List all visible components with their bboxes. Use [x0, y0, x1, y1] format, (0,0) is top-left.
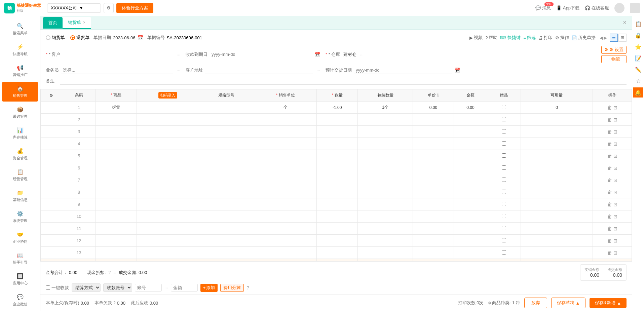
row-pkg-qty-cell[interactable]: [358, 174, 413, 186]
one-click-pay-label[interactable]: 一键收款: [46, 285, 69, 291]
col-settings[interactable]: ⚙: [41, 89, 62, 102]
copy-icon[interactable]: ⊡: [613, 117, 617, 122]
row-gift-cell[interactable]: [487, 235, 521, 247]
row-unit-cell[interactable]: 个: [254, 102, 316, 114]
row-pkg-qty-cell[interactable]: [358, 162, 413, 174]
row-gift-cell[interactable]: [487, 150, 521, 162]
right-icon-fav[interactable]: ☆: [633, 76, 643, 86]
row-amount-cell[interactable]: [454, 198, 487, 210]
one-click-pay-checkbox[interactable]: [46, 285, 50, 290]
row-unit-cell[interactable]: [254, 235, 316, 247]
row-price-cell[interactable]: [413, 138, 454, 150]
row-pkg-qty-cell[interactable]: [358, 247, 413, 259]
sidebar-item-appstore[interactable]: 🔲 应用中心: [2, 270, 38, 289]
expense-split-btn[interactable]: 费用分摊: [220, 284, 244, 292]
address-dots[interactable]: ···: [316, 68, 320, 73]
history-btn[interactable]: 📄 历史单据: [572, 35, 596, 41]
row-qty-cell[interactable]: [317, 247, 358, 259]
row-gift-cell[interactable]: [487, 162, 521, 174]
row-unit-cell[interactable]: [254, 138, 316, 150]
row-qty-cell[interactable]: [317, 138, 358, 150]
sidebar-item-purchase[interactable]: 📦 采购管理: [2, 103, 38, 122]
tab-home[interactable]: 首页: [43, 17, 63, 29]
copy-icon[interactable]: ⊡: [613, 141, 617, 147]
row-spec-cell[interactable]: [199, 235, 254, 247]
copy-icon[interactable]: ⊡: [613, 190, 617, 195]
payment-date-input[interactable]: [210, 51, 312, 58]
warehouse-dots[interactable]: ···: [360, 52, 364, 57]
row-price-cell[interactable]: [413, 174, 454, 186]
row-amount-cell[interactable]: [454, 162, 487, 174]
tab-sales-order[interactable]: 销货单 ×: [63, 17, 91, 29]
help-question-icon[interactable]: ?: [247, 285, 249, 290]
row-unit-cell[interactable]: [254, 126, 316, 138]
radio-sales[interactable]: 销货单: [46, 35, 65, 41]
calendar-icon[interactable]: 📅: [138, 35, 143, 40]
row-unit-cell[interactable]: [254, 198, 316, 210]
row-qty-cell[interactable]: [317, 162, 358, 174]
sidebar-item-marketing[interactable]: 📢 营销推广: [2, 61, 38, 81]
row-unit-cell[interactable]: [254, 174, 316, 186]
row-pkg-qty-cell[interactable]: [358, 223, 413, 235]
delete-icon[interactable]: 🗑: [607, 117, 612, 122]
row-pkg-qty-cell[interactable]: [358, 186, 413, 198]
sidebar-item-inventory[interactable]: 📊 库存核算: [2, 124, 38, 143]
sidebar-item-guide[interactable]: 📖 新手引导: [2, 249, 38, 268]
row-product-cell[interactable]: [96, 138, 137, 150]
row-amount-cell[interactable]: [454, 174, 487, 186]
address-input[interactable]: [205, 67, 313, 74]
row-gift-cell[interactable]: [487, 174, 521, 186]
delete-icon[interactable]: 🗑: [607, 153, 612, 159]
row-price-cell[interactable]: [413, 162, 454, 174]
delete-icon[interactable]: 🗑: [607, 105, 612, 110]
row-gift-cell[interactable]: [487, 210, 521, 223]
copy-icon[interactable]: ⊡: [613, 250, 617, 256]
row-qty-cell[interactable]: [317, 210, 358, 223]
row-price-cell[interactable]: [413, 223, 454, 235]
sidebar-item-collab[interactable]: 🤝 企业协同: [2, 228, 38, 247]
copy-icon[interactable]: ⊡: [613, 153, 617, 159]
row-qty-cell[interactable]: [317, 235, 358, 247]
row-product-cell[interactable]: [96, 235, 137, 247]
row-amount-cell[interactable]: [454, 114, 487, 126]
save-draft-button[interactable]: 保存草稿 ▲: [551, 298, 586, 308]
row-qty-cell[interactable]: [317, 174, 358, 186]
row-amount-cell[interactable]: [454, 138, 487, 150]
row-price-cell[interactable]: [413, 210, 454, 223]
row-product-cell[interactable]: [96, 186, 137, 198]
row-spec-cell[interactable]: [199, 162, 254, 174]
copy-icon[interactable]: ⊡: [613, 165, 617, 171]
right-icon-edit[interactable]: ✏️: [633, 65, 643, 75]
row-qty-cell[interactable]: [317, 198, 358, 210]
online-service-item[interactable]: 🎧 在线客服: [585, 5, 609, 11]
delete-icon[interactable]: 🗑: [607, 141, 612, 147]
row-product-cell[interactable]: [96, 210, 137, 223]
delete-icon[interactable]: 🗑: [607, 226, 612, 231]
company-selector[interactable]: XXXXXX公司 ▼: [47, 3, 101, 13]
row-unit-cell[interactable]: [254, 247, 316, 259]
sidebar-item-search[interactable]: 🔍 搜索菜单: [2, 20, 38, 39]
avatar[interactable]: [614, 3, 624, 13]
row-pkg-qty-cell[interactable]: [358, 198, 413, 210]
salesperson-dots[interactable]: ···: [177, 68, 180, 73]
row-qty-cell[interactable]: [317, 150, 358, 162]
copy-icon[interactable]: ⊡: [613, 178, 617, 183]
row-amount-cell[interactable]: 0.00: [454, 102, 487, 114]
save-new-button[interactable]: 保存&新增 ▲: [590, 298, 627, 308]
remarks-input[interactable]: [60, 77, 627, 85]
print-btn[interactable]: 🖨 打印: [538, 35, 553, 41]
row-pkg-qty-cell[interactable]: [358, 210, 413, 223]
radio-return[interactable]: 退货单: [70, 35, 89, 41]
row-gift-cell[interactable]: [487, 138, 521, 150]
shortcut-btn[interactable]: ⌨ 快捷键: [500, 35, 521, 41]
close-window-icon[interactable]: ×: [620, 19, 629, 26]
delete-icon[interactable]: 🗑: [607, 190, 612, 195]
row-price-cell[interactable]: [413, 186, 454, 198]
sidebar-item-wechat[interactable]: 💬 企业微信: [2, 290, 38, 310]
row-product-cell[interactable]: 拆货: [96, 102, 137, 114]
row-gift-cell[interactable]: [487, 186, 521, 198]
delete-icon[interactable]: 🗑: [607, 238, 612, 243]
sidebar-item-basic[interactable]: 📁 基础信息: [2, 186, 38, 206]
delete-icon[interactable]: 🗑: [607, 250, 612, 256]
account-number-input[interactable]: [135, 284, 162, 291]
